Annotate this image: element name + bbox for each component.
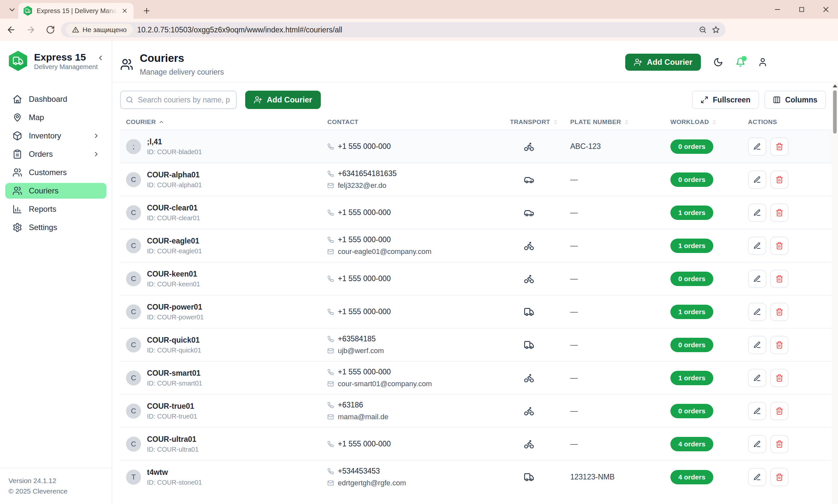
delete-courier-button[interactable]: [770, 369, 788, 387]
theme-toggle-button[interactable]: [713, 57, 723, 67]
column-header-courier[interactable]: Courier: [120, 119, 321, 126]
delete-courier-button[interactable]: [770, 402, 788, 420]
add-courier-button[interactable]: Add Courier: [625, 54, 701, 71]
sidebar-item-couriers[interactable]: Couriers: [5, 183, 106, 199]
reload-button[interactable]: [42, 21, 59, 38]
tab-search-button[interactable]: [5, 3, 19, 17]
sort-icon: [712, 120, 717, 125]
new-tab-button[interactable]: [140, 4, 153, 17]
plate-cell: 123123-NMB: [564, 472, 664, 482]
sidebar-item-inventory[interactable]: Inventory: [5, 128, 106, 144]
box-icon: [13, 131, 22, 141]
tab-close-icon[interactable]: [121, 6, 129, 15]
courier-name: COUR-true01: [147, 402, 197, 411]
table-row: CCOUR-ultra01ID: COUR-ultra01+1 555 000-…: [120, 427, 832, 460]
zoom-out-button[interactable]: [698, 25, 707, 34]
delete-courier-button[interactable]: [770, 336, 788, 354]
delete-courier-button[interactable]: [770, 237, 788, 255]
chevron-down-icon: [8, 5, 16, 14]
profile-button[interactable]: [758, 57, 768, 67]
add-courier-button-secondary[interactable]: Add Courier: [245, 91, 321, 109]
search-input[interactable]: [138, 95, 231, 104]
notifications-button[interactable]: [735, 57, 745, 67]
sidebar-item-reports[interactable]: Reports: [5, 201, 106, 217]
transport-cell: [504, 240, 564, 251]
column-header-plate-number[interactable]: Plate Number: [564, 119, 664, 126]
phone-value: +63584185: [338, 335, 376, 343]
edit-courier-button[interactable]: [748, 369, 766, 387]
sidebar-item-customers[interactable]: Customers: [5, 165, 106, 180]
trash-icon: [775, 407, 783, 415]
sidebar-item-label: Reports: [29, 204, 56, 214]
window-maximize-button[interactable]: [789, 0, 814, 19]
edit-courier-button[interactable]: [748, 468, 766, 486]
delete-courier-button[interactable]: [770, 170, 788, 189]
column-header-transport[interactable]: Transport: [504, 119, 564, 126]
phone-value: +6341654181635: [338, 169, 397, 178]
courier-id: ID: COUR-smart01: [147, 380, 202, 387]
avatar: C: [126, 238, 141, 253]
pen-icon: [753, 275, 761, 283]
courier-cell: ;;l,41ID: COUR-blade01: [120, 138, 321, 156]
page-subtitle: Manage delivery couriers: [140, 68, 224, 76]
courier-id: ID: COUR-true01: [147, 413, 197, 420]
sidebar-item-orders[interactable]: Orders: [5, 146, 106, 162]
edit-courier-button[interactable]: [748, 270, 766, 288]
browser-tab[interactable]: Express 15 | Delivery Management: [18, 3, 133, 19]
truck-icon: [25, 8, 31, 14]
sidebar-collapse-button[interactable]: [96, 54, 104, 62]
edit-courier-button[interactable]: [748, 138, 766, 156]
edit-courier-button[interactable]: [748, 203, 766, 222]
delete-courier-button[interactable]: [770, 435, 788, 453]
edit-courier-button[interactable]: [748, 237, 766, 255]
table-header-row: CourierContactTransportPlate NumberWorkl…: [120, 114, 832, 130]
workload-cell: 0 orders: [664, 140, 742, 154]
bike-icon: [524, 373, 534, 383]
url-bar[interactable]: Не защищено 10.2.0.75:10503/oxgg5z6x9oqm…: [61, 22, 725, 37]
sidebar-item-settings[interactable]: Settings: [5, 220, 106, 235]
actions-cell: [742, 203, 832, 222]
phone-line: +1 555 000-000: [327, 235, 391, 244]
delete-courier-button[interactable]: [770, 468, 788, 486]
phone-icon: [327, 210, 334, 216]
scroll-up-arrow[interactable]: [833, 85, 837, 87]
edit-courier-button[interactable]: [748, 336, 766, 354]
email-value: mama@mail.de: [338, 413, 388, 421]
zoom-out-icon: [698, 25, 707, 34]
phone-icon: [327, 441, 334, 447]
security-chip[interactable]: Не защищено: [66, 23, 132, 36]
contact-cell: +1 555 000-000: [321, 208, 504, 217]
scrollbar-thumb[interactable]: [833, 90, 837, 133]
edit-courier-button[interactable]: [748, 435, 766, 453]
edit-courier-button[interactable]: [748, 303, 766, 321]
plate-cell: —: [564, 241, 664, 250]
delete-courier-button[interactable]: [770, 303, 788, 321]
avatar: C: [126, 371, 141, 385]
sidebar-item-map[interactable]: Map: [5, 110, 106, 125]
pen-icon: [753, 176, 761, 184]
sidebar-item-dashboard[interactable]: Dashboard: [5, 91, 106, 107]
couriers-icon: [120, 58, 133, 76]
forward-button[interactable]: [22, 21, 39, 38]
bookmark-button[interactable]: [712, 25, 720, 34]
page-scrollbar[interactable]: [832, 82, 838, 504]
fullscreen-button[interactable]: Fullscreen: [692, 91, 759, 109]
edit-courier-button[interactable]: [748, 170, 766, 189]
delete-courier-button[interactable]: [770, 203, 788, 222]
transport-cell: [504, 208, 564, 218]
window-minimize-button[interactable]: [765, 0, 789, 19]
trash-icon: [775, 308, 783, 316]
window-close-button[interactable]: [814, 0, 838, 19]
phone-line: +63186: [327, 400, 363, 410]
delete-courier-button[interactable]: [770, 138, 788, 156]
back-button[interactable]: [3, 21, 20, 38]
columns-button[interactable]: Columns: [764, 91, 826, 109]
search-box[interactable]: [120, 91, 237, 109]
column-header-workload[interactable]: Workload: [664, 119, 742, 126]
actions-cell: [742, 468, 832, 486]
courier-id: ID: COUR-power01: [147, 313, 203, 321]
delete-courier-button[interactable]: [770, 270, 788, 288]
url-text[interactable]: 10.2.0.75:10503/oxgg5z6x9oqm/www/index.h…: [137, 25, 694, 34]
column-label: Actions: [748, 119, 777, 126]
edit-courier-button[interactable]: [748, 402, 766, 420]
